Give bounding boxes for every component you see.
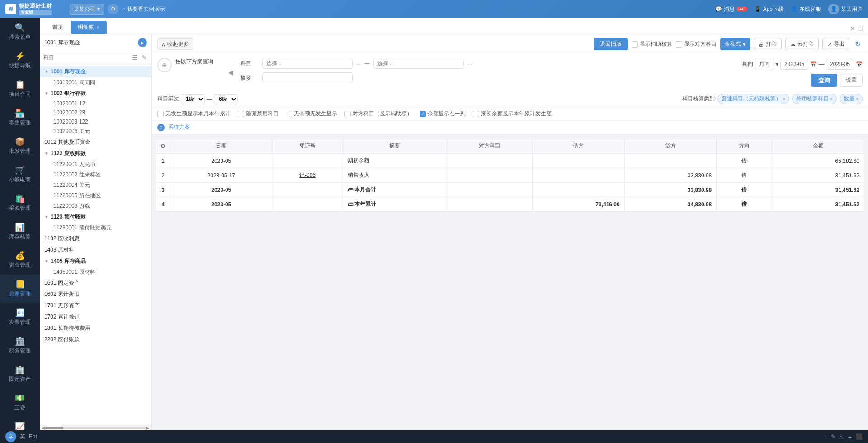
settings-icon-btn[interactable]: ⚙ [108,4,118,14]
tree-node-11220005[interactable]: 11220005 所在地区 [49,191,151,201]
sidebar-item-purchase[interactable]: 🛍️ 采购管理 [0,189,40,218]
tree-node-1012[interactable]: 1012 其他货币资金 [40,137,151,148]
tree-node-1801[interactable]: 1801 长期待摊费用 [40,323,151,334]
sidebar-item-ledger[interactable]: 📒 总账管理 [0,275,40,303]
period-start-input[interactable]: 2023-05 [780,59,808,70]
tree-node-11220006[interactable]: 11220006 游戏 [49,201,151,211]
calendar-icon-start[interactable]: 📅 [810,61,817,67]
checkbox-no-balance[interactable]: 无余额无发生显示 [286,110,337,118]
tree-node-2202[interactable]: 2202 应付账款 [40,334,151,345]
cloud-print-btn[interactable]: ☁ 云打印 [785,38,819,50]
tree-node-10020003[interactable]: 10020003 122 [49,117,151,126]
tree-node-1405[interactable]: ▼ 1405 库存商品 14050001 原材料 [40,256,151,277]
tree-node-1122[interactable]: ▼ 1122 应收账款 11220001 人民币 11220002 往来标签 1… [40,148,151,211]
table-settings-icon[interactable]: ⚙ [160,143,165,149]
tree-node-1002[interactable]: ▼ 1002 银行存款 10020001 12 10020002 23 1002… [40,88,151,137]
export-btn[interactable]: ↗ 导出 [822,38,849,50]
tree-node-14050001[interactable]: 14050001 原材料 [49,267,151,277]
message-btn[interactable]: 💬 消息 99+ [715,5,747,13]
sidebar-item-salary[interactable]: 💵 工资 [0,389,40,417]
checkbox-contra[interactable]: 对方科目（显示辅助项） [344,110,412,118]
tree-node-1132[interactable]: 1132 应收利息 [40,233,151,244]
tree-node-10020002[interactable]: 10020002 23 [49,108,151,117]
show-contra-checkbox[interactable]: 显示对方科目 [676,40,717,48]
tree-node-1012-label[interactable]: 1012 其他货币资金 [40,137,151,148]
company-selector[interactable]: 某某公司 ▾ [70,4,104,15]
sidebar-item-retail[interactable]: 🏪 零售管理 [0,104,40,132]
subject-input-1[interactable] [262,58,353,69]
user-btn[interactable]: 👤 某某用户 [828,4,863,14]
level-end-select[interactable]: 6级 [214,94,238,104]
scheme-link[interactable]: 系统方案 [168,124,190,131]
status-lang[interactable]: 英 [20,433,25,441]
sidebar-item-inventory[interactable]: 📊 库存核算 [0,218,40,246]
sidebar-item-search[interactable]: 🔍 搜索菜单 [0,18,40,47]
online-service-btn[interactable]: 👤 在线客服 [791,5,821,13]
tab-home[interactable]: 首页 [45,21,71,34]
tree-node-1001-label[interactable]: ▼ 1001 库存现金 [40,66,151,77]
tree-node-11230001[interactable]: 11230001 预付账款美元 [49,223,151,233]
tag-normal-close[interactable]: × [783,96,785,101]
settings-btn[interactable]: 设置 [840,74,863,87]
tree-node-1405-label[interactable]: ▼ 1405 库存商品 [40,256,151,267]
amount-style-btn[interactable]: 金额式 ▾ [720,38,750,50]
sidebar-item-quicknav[interactable]: ⚡ 快捷导航 [0,47,40,75]
sidebar-item-tax[interactable]: 🏛️ 税务管理 [0,332,40,360]
tab-detail[interactable]: 明细账 × [71,21,107,34]
tree-node-1602-label[interactable]: 1602 累计折旧 [40,289,151,300]
tree-node-1702[interactable]: 1702 累计摊销 [40,311,151,323]
tree-node-1601-label[interactable]: 1601 固定资产 [40,277,151,289]
app-download-btn[interactable]: 📱 App下载 [755,5,783,13]
nav-next-btn[interactable]: ▶ [138,38,147,47]
tree-node-10020001[interactable]: 10020001 12 [49,99,151,108]
tree-node-10010001[interactable]: 10010001 同同同 [49,77,151,88]
demo-link[interactable]: ○ 我要看实例演示 [122,5,165,13]
subject-input-2[interactable] [373,58,464,69]
checkbox-opening-annual[interactable]: 期初余额显示本年累计发生额 [473,110,552,118]
status-item-5[interactable]: ⬛ [856,433,863,440]
scroll-right-btn[interactable]: ▶ [146,425,150,430]
tree-node-1132-label[interactable]: 1132 应收利息 [40,233,151,244]
checkbox-balance-one-col[interactable]: ✓ 余额显示在一列 [420,110,466,118]
table-row[interactable]: 12023-05期初余额借65,282.60 [156,154,864,168]
status-item-4[interactable]: ☁ [847,433,852,440]
tree-node-11220001[interactable]: 11220001 人民币 [49,159,151,170]
tag-foreign-close[interactable]: × [830,96,833,101]
status-eat[interactable]: Eat [29,433,37,440]
sidebar-item-invoice[interactable]: 🧾 发票管理 [0,303,40,332]
tab-close-icon[interactable]: × [97,25,99,30]
tree-node-1602[interactable]: 1602 累计折旧 [40,289,151,300]
show-aux-checkbox[interactable]: 显示辅助核算 [632,40,672,48]
summary-input[interactable] [262,72,353,83]
window-close-icon[interactable]: ✕ [850,25,855,32]
checkbox-no-occurrence[interactable]: 无发生额显示本月本年累计 [157,110,231,118]
status-item-1[interactable]: ↑ [825,433,827,440]
tree-node-10020006[interactable]: 10020006 美元 [49,126,151,137]
sidebar-item-funds[interactable]: 💰 资金管理 [0,246,40,275]
sidebar-item-project[interactable]: 📋 项目合同 [0,75,40,104]
scrollbar-thumb[interactable] [45,427,63,429]
tree-node-1702-label[interactable]: 1702 累计摊销 [40,311,151,323]
tree-node-1122-label[interactable]: ▼ 1122 应收账款 [40,148,151,159]
checkbox-hide-disabled[interactable]: 隐藏禁用科目 [238,110,278,118]
sidebar-item-management[interactable]: 📈 经营管理 [0,417,40,430]
window-maximize-icon[interactable]: □ [859,25,863,32]
tag-quantity-close[interactable]: × [856,96,859,101]
tree-node-1403[interactable]: 1403 原材料 [40,244,151,256]
tree-node-11220002[interactable]: 11220002 往来标签 [49,170,151,180]
query-btn[interactable]: 查询 [811,74,837,87]
status-item-2[interactable]: ✎ [831,433,835,440]
tree-node-1701[interactable]: 1701 无形资产 [40,300,151,311]
table-cell[interactable]: 记-006 [272,168,343,183]
level-start-select[interactable]: 1级 [181,94,205,104]
period-type-select[interactable]: 月间 [755,58,774,70]
tree-node-1123-label[interactable]: ▼ 1123 预付账款 [40,211,151,223]
tree-node-1601[interactable]: 1601 固定资产 [40,277,151,289]
tree-list-icon[interactable]: ☰ [131,53,139,62]
tree-node-2202-label[interactable]: 2202 应付账款 [40,334,151,345]
sidebar-item-wholesale[interactable]: 📦 批发管理 [0,132,40,161]
refresh-btn[interactable]: ↻ [853,38,863,50]
breadcrumb-expand-btn[interactable]: ∧ 收起更多 [157,38,193,50]
tree-node-1801-label[interactable]: 1801 长期待摊费用 [40,323,151,334]
tree-node-1001[interactable]: ▼ 1001 库存现金 10010001 同同同 [40,66,151,88]
